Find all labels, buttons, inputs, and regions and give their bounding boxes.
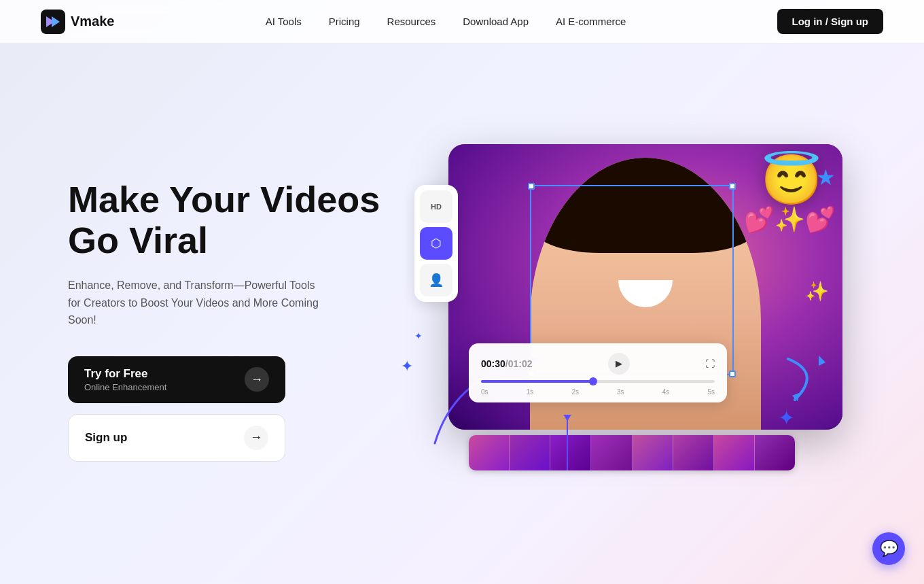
hero-left: Make Your Videos Go Viral Enhance, Remov… (68, 179, 394, 462)
selection-handle-tl (528, 183, 535, 190)
chat-icon: 💬 (880, 540, 898, 557)
timeline-label-3s: 3s (617, 388, 624, 396)
try-button-sub-label: Online Enhancement (84, 382, 166, 392)
nav-ai-tools[interactable]: AI Tools (266, 16, 302, 27)
sparkle-icon-1: ✦ (401, 358, 413, 375)
playhead (567, 415, 568, 470)
timeline-label-1s: 1s (527, 388, 534, 396)
navbar: Vmake AI Tools Pricing Resources Downloa… (0, 0, 924, 44)
filmstrip-container (469, 435, 795, 470)
nav-pricing[interactable]: Pricing (329, 16, 360, 27)
timeline-labels: 0s 1s 2s 3s 4s 5s (481, 388, 715, 396)
timeline-label-4s: 4s (662, 388, 670, 396)
brand-logo[interactable]: Vmake (41, 10, 115, 34)
player-current-time: 00:30 (481, 358, 505, 369)
svg-marker-5 (819, 356, 825, 366)
expand-button[interactable]: ⛶ (705, 358, 715, 369)
eraser-icon: ⬡ (431, 236, 442, 251)
timeline-label-5s: 5s (707, 388, 715, 396)
nav-ai-ecommerce[interactable]: AI E-commerce (556, 16, 626, 27)
hero-visual: ✦ ✦ ✦ 😇 💕✨💕 ✨ (394, 131, 870, 511)
film-frame-7 (714, 435, 755, 470)
film-frame-5 (633, 435, 673, 470)
hero-subtitle: Enhance, Remove, and Transform—Powerful … (68, 277, 326, 329)
filmstrip-inner (469, 435, 795, 470)
selection-handle-tr (729, 183, 736, 190)
nav-download-app[interactable]: Download App (463, 16, 529, 27)
timeline-label-2s: 2s (571, 388, 579, 396)
player-progress-bar[interactable] (481, 380, 715, 383)
film-frame-2 (510, 435, 550, 470)
hero-section: Make Your Videos Go Viral Enhance, Remov… (0, 44, 924, 584)
login-signup-button[interactable]: Log in / Sign up (777, 9, 883, 34)
blue-swoosh-decoration (781, 352, 829, 409)
timeline-label-0s: 0s (481, 388, 488, 396)
film-frame-6 (673, 435, 714, 470)
film-frame-3 (550, 435, 591, 470)
vmake-logo-icon (41, 10, 65, 34)
player-time-display: 00:30/01:02 (481, 358, 533, 369)
play-button[interactable]: ▶ (608, 353, 630, 375)
portrait-icon: 👤 (429, 273, 444, 288)
portrait-tool-button[interactable]: 👤 (420, 264, 452, 296)
sparkle-icon-3: ✦ (778, 406, 795, 430)
nav-resources[interactable]: Resources (387, 16, 436, 27)
halo-emoji: 😇 (761, 151, 822, 209)
sparkle-icon-2: ✦ (414, 330, 423, 341)
hero-title: Make Your Videos Go Viral (68, 179, 394, 260)
star-sparkle-emoji: ✨ (805, 280, 829, 303)
signup-button[interactable]: Sign up → (68, 414, 285, 462)
film-frame-8 (755, 435, 795, 470)
filmstrip (469, 435, 795, 470)
video-player: 00:30/01:02 ▶ ⛶ 0s 1s 2s 3s 4s 5s (469, 343, 727, 402)
film-frame-4 (591, 435, 632, 470)
player-total-time: 01:02 (508, 358, 533, 369)
signup-label: Sign up (85, 431, 127, 445)
tool-panel: HD ⬡ 👤 (414, 185, 458, 302)
signup-arrow-icon: → (244, 426, 268, 450)
try-button-main-label: Try for Free (84, 367, 166, 381)
hearts-emoji: 💕✨💕 (744, 205, 836, 234)
hd-icon: HD (431, 203, 442, 211)
try-button-arrow-icon: → (245, 367, 269, 392)
try-for-free-button[interactable]: Try for Free Online Enhancement → (68, 356, 285, 403)
player-progress-thumb[interactable] (589, 377, 597, 385)
player-progress-fill (481, 380, 593, 383)
brand-name: Vmake (71, 14, 115, 29)
hd-tool-button[interactable]: HD (420, 190, 452, 223)
player-controls: 00:30/01:02 ▶ ⛶ (481, 353, 715, 375)
remove-tool-button[interactable]: ⬡ (420, 227, 452, 260)
nav-links: AI Tools Pricing Resources Download App … (266, 16, 626, 28)
blue-star-decoration: ★ (816, 165, 836, 190)
film-frame-1 (469, 435, 510, 470)
selection-handle-br (729, 371, 736, 377)
chat-support-button[interactable]: 💬 (872, 532, 905, 565)
